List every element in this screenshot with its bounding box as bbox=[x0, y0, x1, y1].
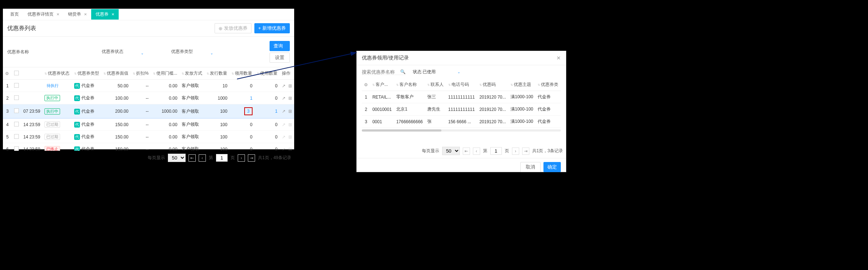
table-row[interactable]: 3 07 23:59 执行中 代代金券 200.00 -- 1000.00 客户… bbox=[3, 104, 294, 119]
modal-prev-page[interactable]: ‹ bbox=[473, 148, 480, 155]
col-cust-name[interactable]: ⇅客户名称 bbox=[394, 79, 425, 91]
query-button[interactable]: 查询 bbox=[270, 41, 290, 51]
modal-per-page-select[interactable]: 50 bbox=[442, 147, 460, 155]
table-row[interactable]: 2 00010001 北京1 唐先生 11111111111 2019120 7… bbox=[362, 103, 561, 116]
pagination: 每页显示 50 ⇤ ‹ 第 页 › ⇥ 共1页，49条记录 bbox=[3, 151, 294, 165]
col-issue[interactable]: ⇅发行数量 bbox=[204, 67, 229, 80]
col-type[interactable]: ⇅优惠券类型 bbox=[72, 67, 101, 80]
close-icon[interactable]: ✕ bbox=[84, 12, 87, 16]
status-badge: 已过期 bbox=[45, 134, 60, 140]
tab-优惠券详情页[interactable]: 优惠券详情页✕ bbox=[23, 9, 64, 20]
search-icon[interactable]: 🔍 bbox=[400, 69, 406, 74]
per-page-select[interactable]: 50 bbox=[168, 154, 186, 162]
table-row[interactable]: 2 执行中 代代金券 100.00 -- 0.00 客户领取 1000 1 0 … bbox=[3, 92, 294, 104]
status-badge: 执行中 bbox=[45, 108, 60, 115]
modal-title: 优惠券领用/使用记录 bbox=[362, 55, 409, 61]
row-checkbox[interactable] bbox=[14, 108, 19, 113]
filter-type-select[interactable]: ⌄ bbox=[196, 51, 232, 55]
row-checkbox[interactable] bbox=[14, 146, 19, 151]
first-page-button[interactable]: ⇤ bbox=[189, 154, 196, 162]
per-page-label: 每页显示 bbox=[148, 155, 165, 161]
filter-bar: 优惠券名称 优惠券状态⌄ 优惠券类型⌄ 查询 设置 bbox=[3, 37, 294, 67]
distribute-button: ⊕发放优惠券 bbox=[215, 23, 251, 33]
confirm-button[interactable]: 确定 bbox=[543, 162, 561, 172]
table-row[interactable]: 5 14 23:59 已过期 代代金券 150.00 -- 0.00 客户领取 … bbox=[3, 131, 294, 143]
modal-next-page[interactable]: › bbox=[512, 148, 519, 155]
settings-button[interactable]: 设置 bbox=[270, 53, 290, 63]
col-discount[interactable]: ⇅折扣% bbox=[131, 67, 151, 80]
col-gear[interactable]: ⚙ bbox=[3, 67, 12, 80]
col-check[interactable] bbox=[12, 67, 21, 80]
next-page-button[interactable]: › bbox=[238, 154, 245, 162]
row-checkbox[interactable] bbox=[14, 122, 19, 126]
close-icon[interactable]: ✕ bbox=[556, 55, 561, 61]
horizontal-scrollbar[interactable] bbox=[362, 129, 561, 132]
filter-status-select[interactable]: ⌄ bbox=[126, 51, 162, 55]
filter-name-label: 优惠券名称 bbox=[7, 49, 29, 54]
col-type[interactable]: ⇅优惠券类 bbox=[535, 79, 561, 91]
page-header: 优惠券列表 ⊕发放优惠券 + 新增优惠券 bbox=[3, 20, 294, 37]
table-row[interactable]: 1 待执行 代代金券 50.00 -- 0.00 客户领取 10 0 0 ↗⊞ bbox=[3, 80, 294, 92]
table-row[interactable]: 4 14 23:59 已过期 代代金券 150.00 -- 0.00 客户领取 … bbox=[3, 119, 294, 131]
tab-销货单[interactable]: 销货单✕ bbox=[64, 9, 91, 20]
row-checkbox[interactable] bbox=[14, 134, 19, 139]
status-badge: 已过期 bbox=[45, 121, 60, 128]
claim-link[interactable]: 3 bbox=[247, 109, 250, 114]
status-badge: 执行中 bbox=[45, 95, 60, 101]
col-contact[interactable]: ⇅联系人 bbox=[425, 79, 446, 91]
row-checkbox[interactable] bbox=[14, 83, 19, 88]
modal-page-input[interactable] bbox=[490, 147, 502, 155]
qr-icon[interactable]: ⊞ bbox=[288, 83, 292, 88]
col-threshold[interactable]: ⇅使用门槛... bbox=[151, 67, 179, 80]
close-icon[interactable]: ✕ bbox=[56, 12, 59, 16]
usage-modal: 优惠券领用/使用记录 ✕ 🔍 状态 已使用 ⌄ ⚙ ⇅客户... ⇅客户名称 ⇅… bbox=[356, 51, 566, 172]
type-badge-icon: 代 bbox=[74, 109, 80, 115]
col-code[interactable]: ⇅优惠码 bbox=[477, 79, 508, 91]
qr-icon: ⊞ bbox=[288, 147, 292, 151]
filter-status-label: 优惠券状态 bbox=[102, 49, 123, 54]
modal-pagination-summary: 共1页，3条记录 bbox=[532, 148, 563, 154]
type-badge-icon: 代 bbox=[74, 134, 80, 140]
export-icon: ↗ bbox=[282, 134, 285, 140]
qr-icon[interactable]: ⊞ bbox=[288, 109, 292, 114]
filter-type-label: 优惠券类型 bbox=[171, 49, 193, 54]
col-status[interactable]: ⇅优惠券状态 bbox=[42, 67, 72, 80]
modal-first-page[interactable]: ⇤ bbox=[463, 148, 470, 155]
col-claim[interactable]: ⇅领用数量 bbox=[229, 67, 254, 80]
add-coupon-button[interactable]: + 新增优惠券 bbox=[254, 23, 290, 33]
page-input[interactable] bbox=[216, 154, 228, 162]
col-gear[interactable]: ⚙ bbox=[362, 79, 370, 91]
table-row[interactable]: 6 14 23:59 已终止 代代金券 150.00 -- 0.00 客户领取 … bbox=[3, 143, 294, 151]
modal-last-page[interactable]: ⇥ bbox=[522, 148, 529, 155]
col-phone[interactable]: ⇅电话号码 bbox=[446, 79, 477, 91]
col-subject[interactable]: ⇅优惠主题 bbox=[508, 79, 535, 91]
use-link[interactable]: 1 bbox=[275, 109, 278, 114]
col-cust-code[interactable]: ⇅客户... bbox=[370, 79, 394, 91]
qr-icon: ⊞ bbox=[288, 122, 292, 127]
last-page-button[interactable]: ⇥ bbox=[248, 154, 255, 162]
modal-status-select[interactable]: 已使用 ⌄ bbox=[423, 69, 460, 75]
col-face[interactable]: ⇅优惠券面值 bbox=[101, 67, 131, 80]
checkbox-icon[interactable] bbox=[14, 71, 19, 75]
export-icon[interactable]: ↗ bbox=[282, 96, 285, 101]
export-icon[interactable]: ↗ bbox=[282, 83, 285, 88]
table-row[interactable]: 1 RETAIL... 零散客户 张三 11111111111 2019120 … bbox=[362, 91, 561, 103]
close-icon[interactable]: ✕ bbox=[111, 12, 114, 16]
table-row[interactable]: 3 0001 17666666666 张 156 6666 ... 201912… bbox=[362, 116, 561, 128]
row-checkbox[interactable] bbox=[14, 95, 19, 100]
tab-bar: 首页优惠券详情页✕销货单✕优惠券✕ bbox=[3, 9, 294, 20]
prev-page-button[interactable]: ‹ bbox=[199, 154, 206, 162]
cancel-button[interactable]: 取消 bbox=[520, 162, 541, 172]
filter-name-input[interactable] bbox=[32, 49, 93, 55]
col-use[interactable]: ⇅使用数量 bbox=[255, 67, 280, 80]
export-icon: ↗ bbox=[282, 147, 285, 151]
col-method[interactable]: ⇅发放方式 bbox=[179, 67, 204, 80]
qr-icon[interactable]: ⊞ bbox=[288, 96, 292, 101]
tab-优惠券[interactable]: 优惠券✕ bbox=[91, 9, 119, 20]
type-badge-icon: 代 bbox=[74, 83, 80, 89]
export-icon[interactable]: ↗ bbox=[282, 109, 285, 114]
modal-search-input[interactable] bbox=[362, 69, 398, 75]
claim-link[interactable]: 1 bbox=[250, 96, 253, 101]
type-badge-icon: 代 bbox=[74, 146, 80, 151]
tab-首页[interactable]: 首页 bbox=[6, 9, 23, 20]
